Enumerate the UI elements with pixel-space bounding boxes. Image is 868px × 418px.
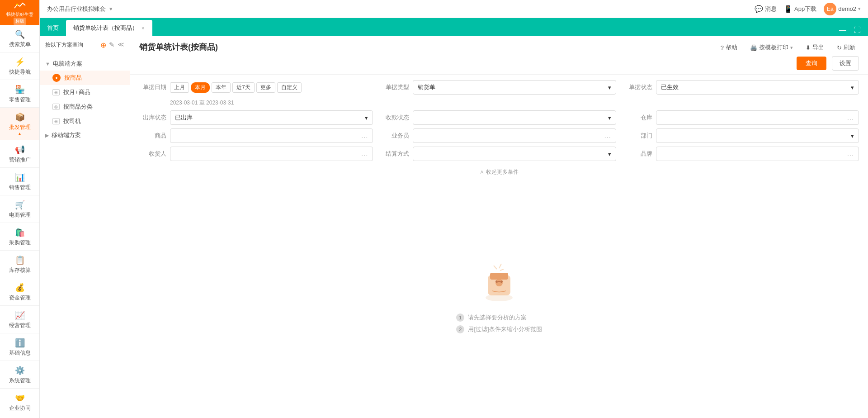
warehouse-control[interactable]: … — [656, 110, 859, 125]
doc-status-select[interactable]: 已生效 ▾ — [656, 80, 859, 95]
custom-button[interactable]: 自定义 — [277, 82, 302, 93]
out-status-label: 出库状态 — [139, 114, 170, 122]
this-year-button[interactable]: 本年 — [212, 82, 231, 93]
sidebar-item-guide[interactable]: 🎯 新手引导 — [0, 416, 40, 418]
add-scheme-button[interactable]: ⊕ — [100, 41, 106, 49]
sidebar-item-label: 基础信息 — [9, 349, 31, 357]
app-download-label: App下载 — [794, 5, 816, 13]
date-label: 单据日期 — [139, 83, 170, 91]
edit-scheme-button[interactable]: ✎ — [109, 41, 115, 49]
dropdown-icon[interactable]: ▾ — [109, 5, 113, 12]
app-logo[interactable]: 畅捷信好生意 标版 — [0, 0, 40, 25]
sidebar-item-basic[interactable]: ℹ️ 基础信息 — [0, 333, 40, 361]
out-status-control[interactable]: 已出库 ▾ — [170, 110, 373, 125]
brand-input[interactable]: … — [656, 147, 859, 161]
tree-parent-desktop[interactable]: ▼ 电脑端方案 — [40, 57, 130, 71]
sidebar-item-search-menu[interactable]: 🔍 搜索菜单 — [0, 25, 40, 52]
export-icon: ⬇ — [806, 44, 811, 51]
avatar: Ea — [824, 3, 836, 15]
doc-type-select[interactable]: 销货单 ▾ — [413, 80, 616, 95]
tree-item-by-month-product[interactable]: ㊗ 按月+商品 — [40, 85, 130, 100]
out-status-select[interactable]: 已出库 ▾ — [170, 110, 373, 125]
more-options-icon[interactable]: … — [847, 150, 854, 158]
receiver-control[interactable]: … — [170, 147, 373, 161]
tree-item-label: 按司机 — [63, 117, 81, 125]
filter-grid-row4: 收货人 … 结算方式 ▾ — [139, 147, 859, 161]
sidebar-item-inventory[interactable]: 📋 库存核算 — [0, 251, 40, 278]
sidebar-item-quick-nav[interactable]: ⚡ 快捷导航 — [0, 52, 40, 80]
collapse-conditions-button[interactable]: ∧ 收起更多条件 — [139, 165, 859, 178]
settlement-select[interactable]: ▾ — [413, 147, 616, 161]
payment-status-control[interactable]: ▾ — [413, 110, 616, 125]
settlement-control[interactable]: ▾ — [413, 147, 616, 161]
left-panel-actions: ⊕ ✎ ≪ — [100, 41, 124, 49]
more-options-icon[interactable]: … — [847, 114, 854, 122]
tab-minimize-button[interactable]: — — [837, 24, 848, 36]
message-button[interactable]: 💬 消息 — [755, 5, 777, 13]
sidebar-item-marketing[interactable]: 📢 营销推广 — [0, 140, 40, 168]
sidebar-item-system[interactable]: ⚙️ 系统管理 — [0, 361, 40, 389]
tree-parent-mobile[interactable]: ▶ 移动端方案 — [40, 128, 130, 142]
product-input[interactable]: … — [170, 128, 373, 143]
department-select[interactable]: ▾ — [656, 128, 859, 143]
inventory-icon: 📋 — [15, 255, 25, 265]
warehouse-input[interactable]: … — [656, 110, 859, 125]
tree-item-by-warehouse[interactable]: ㊗ 按司机 — [40, 114, 130, 128]
tab-active[interactable]: 销货单统计表（按商品） × — [66, 20, 152, 36]
sidebar-item-finance[interactable]: 💰 资金管理 — [0, 278, 40, 306]
settings-button[interactable]: 设置 — [832, 56, 859, 71]
more-options-icon[interactable]: … — [361, 150, 368, 158]
this-month-button[interactable]: 本月 — [191, 82, 210, 93]
tab-bar: 首页 销货单统计表（按商品） × — ⛶ — [40, 18, 868, 36]
filter-cell-receiver: 收货人 … — [139, 147, 373, 161]
query-actions-row: 查询 设置 — [797, 56, 859, 71]
query-button[interactable]: 查询 — [797, 57, 826, 70]
tree-item-by-product[interactable]: ● 按商品 — [40, 71, 130, 85]
tree-item-by-category[interactable]: ㊗ 按商品分类 — [40, 100, 130, 114]
sidebar-item-label: 批发管理 — [9, 124, 31, 131]
payment-status-select[interactable]: ▾ — [413, 110, 616, 125]
sidebar-item-purchase[interactable]: 🛍️ 采购管理 — [0, 223, 40, 251]
receiver-input[interactable]: … — [170, 147, 373, 161]
department-control[interactable]: ▾ — [656, 128, 859, 143]
sidebar-item-enterprise[interactable]: 🤝 企业协同 — [0, 389, 40, 416]
salesperson-control[interactable]: … — [413, 128, 616, 143]
last-month-button[interactable]: 上月 — [170, 82, 189, 93]
sidebar-item-sales[interactable]: 📊 销售管理 — [0, 168, 40, 195]
sidebar-item-retail[interactable]: 🏪 零售管理 — [0, 80, 40, 108]
sidebar-item-label: 销售管理 — [9, 184, 31, 191]
sidebar-item-wholesale[interactable]: 📦 批发管理 ▲ — [0, 108, 40, 140]
collapse-label: ∧ 收起更多条件 — [480, 169, 518, 175]
filter-cell-product: 商品 … — [139, 128, 373, 143]
tab-close-button[interactable]: × — [141, 24, 145, 32]
tip-number-1: 1 — [456, 314, 464, 322]
page-header-right-btns: ? 帮助 🖨️ 按模板打印 ▾ ⬇ 导出 — [717, 42, 859, 71]
brand-control[interactable]: … — [656, 147, 859, 161]
sidebar-item-operation[interactable]: 📈 经营管理 — [0, 306, 40, 333]
export-button[interactable]: ⬇ 导出 — [802, 42, 828, 53]
tab-maximize-button[interactable]: ⛶ — [852, 24, 863, 36]
user-menu[interactable]: Ea demo2 ▾ — [824, 3, 861, 15]
tab-active-label: 销货单统计表（按商品） — [73, 24, 138, 32]
refresh-button[interactable]: ↻ 刷新 — [833, 42, 859, 53]
sidebar-item-label: 零售管理 — [9, 96, 31, 104]
more-options-icon[interactable]: … — [604, 132, 611, 140]
more-options-icon[interactable]: … — [361, 132, 368, 140]
collapse-panel-button[interactable]: ≪ — [118, 41, 124, 49]
print-button[interactable]: 🖨️ 按模板打印 ▾ — [746, 42, 797, 53]
doc-type-control[interactable]: 销货单 ▾ — [413, 80, 616, 95]
help-button[interactable]: ? 帮助 — [717, 42, 741, 53]
tab-home[interactable]: 首页 — [40, 20, 66, 36]
product-label: 商品 — [139, 132, 170, 140]
app-download-button[interactable]: 📱 App下载 — [784, 5, 816, 13]
tree-expand-icon: ▶ — [45, 133, 49, 138]
last7days-button[interactable]: 近7天 — [232, 82, 255, 93]
more-button[interactable]: 更多 — [256, 82, 275, 93]
salesperson-input[interactable]: … — [413, 128, 616, 143]
page-title: 销货单统计表(按商品) — [139, 42, 218, 52]
brand-label: 品牌 — [625, 150, 656, 158]
doc-status-control[interactable]: 已生效 ▾ — [656, 80, 859, 95]
help-icon: ? — [721, 44, 724, 51]
sidebar-item-ecommerce[interactable]: 🛒 电商管理 — [0, 195, 40, 223]
product-control[interactable]: … — [170, 128, 373, 143]
